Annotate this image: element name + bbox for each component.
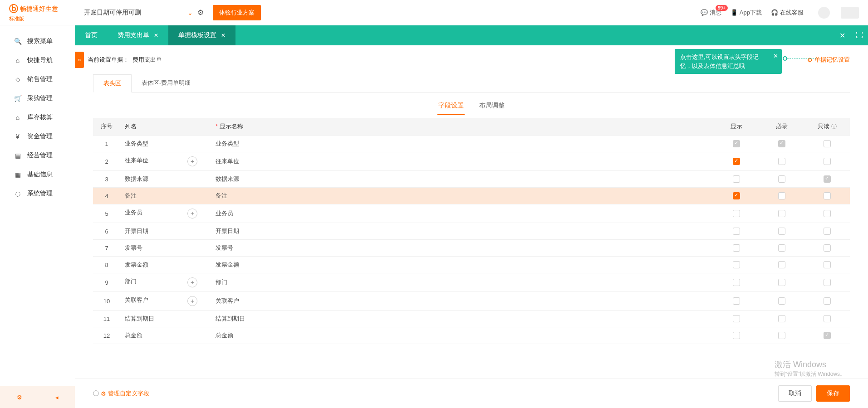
cell-name: 关联客户+ — [120, 292, 211, 311]
sidebar-item-1[interactable]: ⌂快捷导航 — [0, 51, 75, 70]
checkbox[interactable] — [824, 140, 831, 147]
checkbox[interactable] — [824, 261, 831, 268]
tab-0[interactable]: 首页 — [75, 25, 108, 45]
cell-display[interactable]: 备注 — [211, 188, 714, 204]
close-tab-button[interactable]: ✕ — [834, 31, 851, 40]
fullscreen-button[interactable]: ⛶ — [851, 31, 868, 39]
checkbox[interactable] — [733, 297, 740, 305]
table-row[interactable]: 11结算到期日结算到期日 — [93, 311, 850, 327]
cell-display[interactable]: 总金额 — [211, 327, 714, 344]
experience-solution-button[interactable]: 体验行业方案 — [213, 5, 261, 20]
table-row[interactable]: 10关联客户+关联客户 — [93, 292, 850, 311]
checkbox[interactable] — [778, 175, 785, 183]
cell-display[interactable]: 关联客户 — [211, 292, 714, 311]
checkbox[interactable] — [824, 297, 831, 305]
checkbox[interactable] — [824, 158, 831, 165]
settings-icon[interactable]: ⚙ — [17, 394, 22, 401]
table-row[interactable]: 12总金额总金额 — [93, 327, 850, 344]
table-row[interactable]: 5业务员+业务员 — [93, 204, 850, 223]
tab-1[interactable]: 费用支出单✕ — [108, 25, 168, 45]
table-row[interactable]: 4备注备注 — [93, 188, 850, 204]
sidebar-item-7[interactable]: ▦基础信息 — [0, 165, 75, 184]
cell-display[interactable]: 往来单位 — [211, 152, 714, 171]
checkbox[interactable] — [733, 228, 740, 235]
sidebar-item-6[interactable]: ▤经营管理 — [0, 146, 75, 165]
checkbox[interactable] — [824, 279, 831, 286]
close-icon[interactable]: ✕ — [773, 52, 778, 61]
table-row[interactable]: 2往来单位+往来单位 — [93, 152, 850, 171]
table-row[interactable]: 3数据来源数据来源 — [93, 171, 850, 188]
table-row[interactable]: 7发票号发票号 — [93, 240, 850, 257]
question-icon[interactable]: ⓘ — [93, 389, 99, 398]
cell-display[interactable]: 业务员 — [211, 204, 714, 223]
help-icon[interactable]: ⓘ — [831, 123, 837, 130]
checkbox[interactable] — [778, 244, 785, 252]
sub-tab-0[interactable]: 字段设置 — [437, 99, 465, 115]
checkbox[interactable] — [733, 244, 740, 252]
table-row[interactable]: 9部门+部门 — [93, 273, 850, 292]
checkbox[interactable] — [778, 158, 785, 165]
zone-tab-0[interactable]: 表头区 — [93, 74, 132, 92]
checkbox[interactable] — [778, 297, 785, 305]
table-row[interactable]: 1业务类型业务类型 — [93, 136, 850, 152]
org-selector[interactable]: 开账日期可停用可删 ⌄ — [84, 9, 193, 17]
add-button[interactable]: + — [187, 277, 197, 287]
checkbox[interactable] — [778, 279, 785, 286]
fields-table-wrap[interactable]: 序号 列名 *显示名称 显示 必录 只读 ⓘ 1业务类型业务类型2往来单位+往来… — [93, 118, 850, 379]
checkbox[interactable] — [778, 192, 785, 199]
cell-display[interactable]: 开票日期 — [211, 223, 714, 240]
checkbox[interactable] — [733, 332, 740, 339]
checkbox[interactable] — [733, 175, 740, 183]
checkbox[interactable] — [824, 244, 831, 252]
checkbox[interactable] — [778, 332, 785, 339]
close-icon[interactable]: ✕ — [154, 32, 158, 39]
checkbox[interactable] — [733, 158, 740, 165]
sidebar-item-4[interactable]: ⌂库存核算 — [0, 108, 75, 127]
sidebar-item-3[interactable]: 🛒采购管理 — [0, 89, 75, 108]
checkbox[interactable] — [824, 210, 831, 217]
org-avatar[interactable] — [841, 7, 859, 19]
checkbox[interactable] — [733, 192, 740, 199]
cell-display[interactable]: 发票号 — [211, 240, 714, 257]
checkbox[interactable] — [778, 315, 785, 322]
cancel-button[interactable]: 取消 — [778, 385, 812, 402]
table-row[interactable]: 6开票日期开票日期 — [93, 223, 850, 240]
tab-2[interactable]: 单据模板设置✕ — [168, 25, 235, 45]
save-button[interactable]: 保存 — [816, 385, 850, 402]
cell-display[interactable]: 部门 — [211, 273, 714, 292]
checkbox[interactable] — [778, 210, 785, 217]
expand-handle[interactable]: » — [75, 52, 84, 68]
app-download-button[interactable]: 📱 App下载 — [731, 9, 762, 17]
checkbox[interactable] — [733, 279, 740, 286]
customer-service-button[interactable]: 🎧 在线客服 — [771, 9, 804, 17]
collapse-sidebar-icon[interactable]: ◂ — [55, 394, 59, 401]
manage-custom-fields-link[interactable]: ⚙ 管理自定义字段 — [101, 389, 149, 398]
add-button[interactable]: + — [187, 156, 197, 166]
avatar[interactable] — [818, 7, 830, 19]
sub-tab-1[interactable]: 布局调整 — [478, 99, 505, 115]
checkbox[interactable] — [824, 192, 831, 199]
add-button[interactable]: + — [187, 296, 197, 306]
cell-display[interactable]: 结算到期日 — [211, 311, 714, 327]
cell-display[interactable]: 发票金额 — [211, 257, 714, 273]
checkbox[interactable] — [824, 315, 831, 322]
sidebar-item-8[interactable]: ◌系统管理 — [0, 184, 75, 203]
checkbox[interactable] — [824, 228, 831, 235]
cell-display[interactable]: 业务类型 — [211, 136, 714, 152]
checkbox[interactable] — [733, 210, 740, 217]
sidebar-item-2[interactable]: ◇销售管理 — [0, 70, 75, 89]
sidebar-item-0[interactable]: 🔍搜索菜单 — [0, 32, 75, 51]
table-row[interactable]: 8发票金额发票金额 — [93, 257, 850, 273]
checkbox[interactable] — [733, 315, 740, 322]
doc-memory-settings-link[interactable]: ⚙ 单据记忆设置 — [807, 56, 850, 64]
checkbox[interactable] — [778, 228, 785, 235]
close-icon[interactable]: ✕ — [221, 32, 226, 39]
messages-button[interactable]: 💬 消息 99+ — [701, 9, 721, 17]
add-button[interactable]: + — [187, 209, 197, 219]
zone-tab-1[interactable]: 表体区-费用单明细 — [132, 74, 201, 92]
cell-display[interactable]: 数据来源 — [211, 171, 714, 188]
sidebar-item-5[interactable]: ¥资金管理 — [0, 127, 75, 146]
checkbox[interactable] — [778, 261, 785, 268]
checkbox[interactable] — [733, 261, 740, 268]
gear-icon[interactable]: ⚙ — [197, 8, 204, 17]
